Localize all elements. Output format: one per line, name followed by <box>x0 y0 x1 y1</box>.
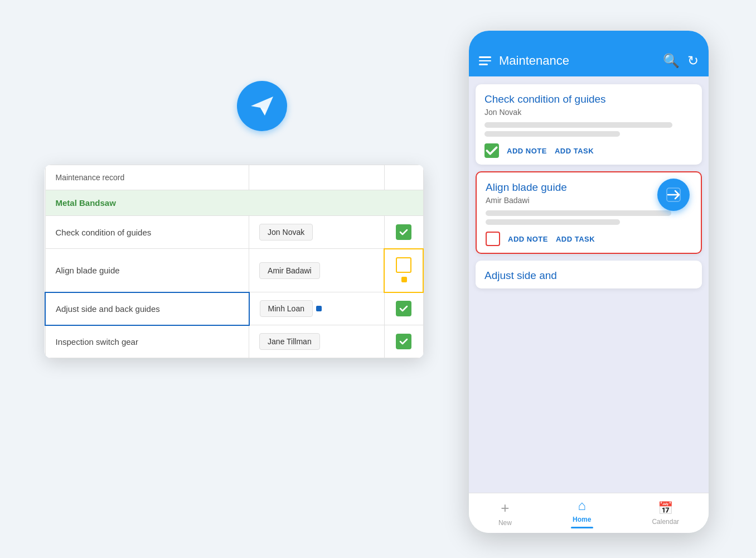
checkbox-cell-1[interactable] <box>384 216 423 249</box>
header-col3 <box>384 165 423 190</box>
add-task-button-2[interactable]: ADD TASK <box>556 235 595 243</box>
table-row[interactable]: Align blade guide Amir Badawi <box>45 249 423 292</box>
refresh-icon[interactable]: ↻ <box>687 53 699 69</box>
spreadsheet-card: Maintenance record Metal Bandsaw Check c… <box>45 165 424 358</box>
home-icon: ⌂ <box>578 498 586 513</box>
plus-icon: + <box>501 499 509 517</box>
assignee-cell-4: Jane Tillman <box>249 325 384 358</box>
assignee-name-4: Jane Tillman <box>259 333 320 350</box>
blue-handle <box>316 306 322 311</box>
app-title: Maintenance <box>499 54 569 68</box>
task-line-detail <box>486 219 620 225</box>
search-icon[interactable]: 🔍 <box>663 53 680 69</box>
checkbox-empty-2[interactable] <box>396 257 411 273</box>
paper-plane-logo <box>237 81 287 131</box>
assignee-name-3: Minh Loan <box>260 300 313 317</box>
task-line-detail <box>486 210 671 216</box>
calendar-icon: 📅 <box>658 501 673 516</box>
assignee-cell-3: Minh Loan <box>249 292 384 325</box>
app-header: Maintenance 🔍 ↻ <box>469 46 709 76</box>
table-row[interactable]: Inspection switch gear Jane Tillman <box>45 325 423 358</box>
header-col2 <box>249 165 384 190</box>
task-title-3: Adjust side and <box>484 270 693 282</box>
nav-label-new: New <box>498 519 512 527</box>
task-title-1: Check condition of guides <box>484 93 693 105</box>
hamburger-menu-icon[interactable] <box>479 56 491 65</box>
phone-status-bar <box>469 31 709 46</box>
checkbox-green-1[interactable] <box>396 224 411 240</box>
assignee-cell-2: Amir Badawi <box>249 249 384 292</box>
task-checkbox-completed-1[interactable] <box>484 143 499 158</box>
nav-item-calendar[interactable]: 📅 Calendar <box>641 497 690 530</box>
task-lines-2 <box>486 210 692 225</box>
app-header-icons: 🔍 ↻ <box>663 53 699 69</box>
section-row-metal-bandsaw: Metal Bandsaw <box>45 190 423 216</box>
task-actions-2: ADD NOTE ADD TASK <box>486 232 692 246</box>
task-name-1: Check condition of guides <box>45 216 249 249</box>
nav-label-calendar: Calendar <box>652 518 679 526</box>
phone-card: Maintenance 🔍 ↻ Check condition of guide… <box>469 31 709 533</box>
nav-item-home[interactable]: ⌂ Home <box>560 493 604 533</box>
app-header-left: Maintenance <box>479 54 569 68</box>
checkbox-green-3[interactable] <box>396 301 411 316</box>
task-name-2: Align blade guide <box>45 249 249 292</box>
nav-active-indicator <box>571 527 593 528</box>
task-assignee-1: Jon Novak <box>484 108 693 117</box>
section-label: Metal Bandsaw <box>45 190 423 216</box>
task-name-3: Adjust side and back guides <box>45 292 249 325</box>
checkbox-green-4[interactable] <box>396 334 411 349</box>
assignee-name-1: Jon Novak <box>259 224 313 240</box>
checkbox-cell-3[interactable] <box>384 292 423 325</box>
app-content: Check condition of guides Jon Novak ADD … <box>469 76 709 493</box>
add-note-button-1[interactable]: ADD NOTE <box>507 147 547 155</box>
nav-item-new[interactable]: + New <box>487 495 523 531</box>
add-note-button-2[interactable]: ADD NOTE <box>508 235 548 243</box>
task-lines-1 <box>484 122 693 137</box>
bottom-nav: + New ⌂ Home 📅 Calendar <box>469 493 709 533</box>
table-row[interactable]: Check condition of guides Jon Novak <box>45 216 423 249</box>
checkbox-cell-2[interactable] <box>384 249 423 292</box>
task-card-1[interactable]: Check condition of guides Jon Novak ADD … <box>476 84 702 165</box>
task-actions-1: ADD NOTE ADD TASK <box>484 143 693 158</box>
table-row[interactable]: Adjust side and back guides Minh Loan <box>45 292 423 325</box>
add-task-button-1[interactable]: ADD TASK <box>555 147 594 155</box>
task-checkbox-incomplete-2[interactable] <box>486 232 500 246</box>
task-name-4: Inspection switch gear <box>45 325 249 358</box>
task-line-detail <box>484 122 672 128</box>
task-card-2[interactable]: Align blade guide Amir Badawi ADD NOTE A… <box>476 171 702 254</box>
yellow-handle <box>401 277 407 282</box>
task-card-3-partial[interactable]: Adjust side and <box>476 261 702 288</box>
fab-navigate-button[interactable] <box>657 179 690 211</box>
spreadsheet-header-row: Maintenance record <box>45 165 423 190</box>
assignee-name-2: Amir Badawi <box>259 262 320 279</box>
checkbox-cell-4[interactable] <box>384 325 423 358</box>
header-col1: Maintenance record <box>45 165 249 190</box>
assignee-cell-1: Jon Novak <box>249 216 384 249</box>
task-line-detail <box>484 131 620 137</box>
nav-label-home: Home <box>573 516 591 523</box>
